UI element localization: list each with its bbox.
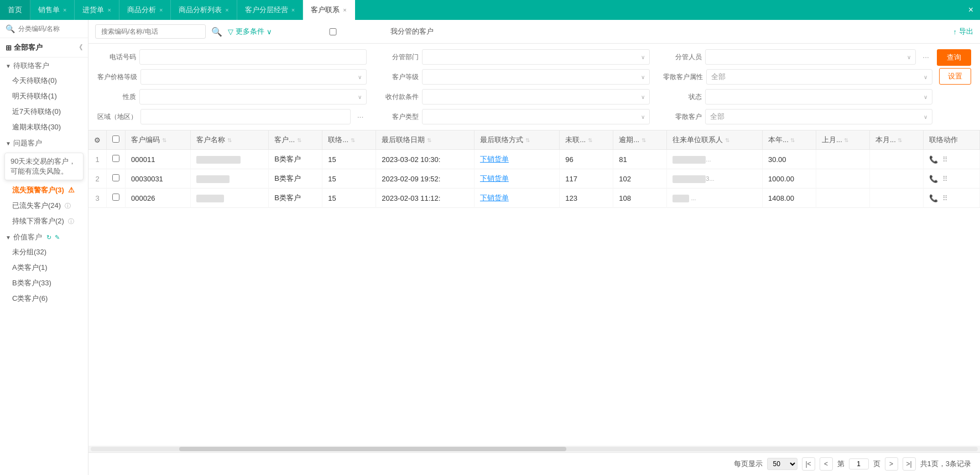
edit-icon[interactable]: ✎ — [55, 234, 60, 241]
sidebar-group-pending[interactable]: ▼ 待联络客户 — [0, 58, 88, 73]
sidebar-item-class-a[interactable]: A类客户(1) — [0, 260, 88, 275]
row-checkbox-1[interactable] — [107, 150, 126, 169]
dept-select[interactable]: ∨ — [422, 49, 649, 65]
sidebar-item-today-pending[interactable]: 今天待联络(0) — [0, 73, 88, 88]
main-layout: 🔍 ⊞ 全部客户 《 ▼ 待联络客户 今天待联络(0) 明天待联络(1) 近7天… — [0, 20, 980, 475]
action-contact-icon-1[interactable]: 📞 — [929, 155, 938, 164]
sidebar-item-class-b[interactable]: B类客户(33) — [0, 275, 88, 291]
setting-button[interactable]: 设置 — [939, 68, 971, 85]
row-type-1: B类客户 — [269, 150, 322, 169]
tab-sales-close[interactable]: × — [63, 7, 66, 13]
th-contact-count[interactable]: 联络... ⇅ — [322, 131, 376, 150]
per-page-label: 每页显示 — [734, 459, 763, 469]
person-dots-btn[interactable]: ··· — [919, 53, 932, 61]
status-select[interactable]: ∨ — [705, 89, 932, 105]
query-button[interactable]: 查询 — [937, 49, 971, 66]
more-conditions-button[interactable]: ▽ 更多条件 ∨ — [228, 27, 272, 36]
horizontal-scrollbar[interactable] — [88, 446, 980, 452]
action-contact-icon-2[interactable]: 📞 — [929, 175, 938, 183]
sidebar-group-problem[interactable]: ▼ 问题客户 — [0, 135, 88, 150]
sidebar-item-declining[interactable]: 持续下滑客户(2) ⓘ — [0, 213, 88, 229]
th-contact-person[interactable]: 往来单位联系人 ⇅ — [667, 131, 763, 150]
th-customer-code[interactable]: 客户编码 ⇅ — [126, 131, 191, 150]
tab-home[interactable]: 首页 — [0, 0, 30, 20]
sidebar-item-churn-warning[interactable]: 流失预警客户(3) ⚠ — [0, 182, 88, 198]
prev-page-button[interactable]: < — [820, 457, 833, 471]
my-customers-checkbox-container[interactable]: 我分管的客户 — [278, 27, 434, 36]
tab-customer-contact[interactable]: 客户联系 × — [303, 0, 355, 20]
sidebar-all-customers[interactable]: ⊞ 全部客户 《 — [0, 38, 88, 58]
content-area: 🔍 ▽ 更多条件 ∨ 我分管的客户 ↑ 导出 — [88, 20, 980, 475]
th-checkbox[interactable] — [107, 131, 126, 150]
action-contact-icon-3[interactable]: 📞 — [929, 194, 938, 202]
retail-attr-select[interactable]: 全部∨ — [706, 69, 932, 85]
row-action-3[interactable]: 📞 ⠿ — [923, 189, 979, 208]
person-select[interactable]: ∨ — [705, 49, 916, 65]
per-page-select[interactable]: 50 100 — [767, 458, 797, 470]
filter-field-payment: 收付款条件 ∨ — [380, 89, 649, 105]
window-close-button[interactable]: × — [962, 0, 980, 20]
region-dots-btn[interactable]: ··· — [354, 112, 367, 121]
info-icon-2: ⓘ — [68, 218, 74, 225]
row-method-1[interactable]: 下销货单 — [474, 150, 559, 169]
th-this-month[interactable]: 本月... ⇅ — [869, 131, 923, 150]
th-overdue-days[interactable]: 逾期... ⇅ — [613, 131, 667, 150]
action-more-icon-1[interactable]: ⠿ — [942, 155, 948, 164]
row-method-2[interactable]: 下销货单 — [474, 169, 559, 189]
region-select[interactable] — [140, 109, 351, 124]
my-customers-checkbox[interactable] — [278, 28, 388, 35]
tab-product-analysis-list[interactable]: 商品分析列表 × — [171, 0, 237, 20]
tab-customer-tier[interactable]: 客户分层经营 × — [237, 0, 303, 20]
filter-search-button[interactable]: 🔍 — [211, 27, 222, 37]
triangle-down-icon-3: ▼ — [6, 234, 11, 241]
grade-select[interactable]: ∨ — [422, 69, 649, 85]
row-method-3[interactable]: 下销货单 — [474, 189, 559, 208]
sidebar-item-class-c[interactable]: C类客户(6) — [0, 291, 88, 306]
sidebar-search-input[interactable] — [18, 25, 88, 33]
th-unlisted-days[interactable]: 未联... ⇅ — [560, 131, 613, 150]
retail-customer-select[interactable]: 全部∨ — [705, 109, 932, 124]
last-page-button[interactable]: >| — [903, 457, 916, 471]
customer-type-select[interactable]: ∨ — [422, 109, 649, 124]
tab-customer-tier-close[interactable]: × — [291, 7, 295, 13]
sidebar-item-tomorrow-pending[interactable]: 明天待联络(1) — [0, 88, 88, 104]
tab-purchase-close[interactable]: × — [107, 7, 111, 13]
action-more-icon-2[interactable]: ⠿ — [942, 175, 948, 183]
page-number-input[interactable] — [849, 458, 869, 469]
scrollbar-thumb[interactable] — [179, 447, 566, 451]
export-button[interactable]: ↑ 导出 — [953, 27, 974, 36]
sidebar-group-value[interactable]: ▼ 价值客户 ↻ ✎ — [0, 229, 88, 244]
row-checkbox-2[interactable] — [107, 169, 126, 189]
tab-product-analysis-close[interactable]: × — [159, 7, 163, 13]
select-all-checkbox[interactable] — [112, 135, 119, 143]
next-page-button[interactable]: > — [885, 457, 898, 471]
first-page-button[interactable]: |< — [802, 457, 815, 471]
tab-product-analysis-list-close[interactable]: × — [225, 7, 228, 13]
tab-purchase[interactable]: 进货单 × — [75, 0, 119, 20]
th-last-contact-method[interactable]: 最后联络方式 ⇅ — [474, 131, 559, 150]
th-last-contact-date[interactable]: 最后联络日期 ⇅ — [376, 131, 475, 150]
sidebar-item-overdue-pending[interactable]: 逾期未联络(30) — [0, 119, 88, 135]
tab-sales[interactable]: 销售单 × — [30, 0, 75, 20]
sidebar-item-7days-pending[interactable]: 近7天待联络(0) — [0, 104, 88, 119]
tab-customer-contact-close[interactable]: × — [343, 7, 346, 13]
price-grade-select[interactable]: ∨ — [140, 69, 367, 85]
th-customer-name[interactable]: 客户名称 ⇅ — [191, 131, 269, 150]
row-num-3: 3 — [88, 189, 107, 208]
th-last-month[interactable]: 上月... ⇅ — [816, 131, 869, 150]
th-settings[interactable]: ⚙ — [88, 131, 107, 150]
refresh-icon[interactable]: ↻ — [46, 234, 51, 241]
tab-product-analysis[interactable]: 商品分析 × — [119, 0, 171, 20]
th-this-year[interactable]: 本年... ⇅ — [762, 131, 816, 150]
search-input[interactable] — [95, 24, 206, 39]
nature-select[interactable]: ∨ — [139, 89, 367, 105]
th-customer-type[interactable]: 客户... ⇅ — [269, 131, 322, 150]
row-action-1[interactable]: 📞 ⠿ — [923, 150, 979, 169]
row-action-2[interactable]: 📞 ⠿ — [923, 169, 979, 189]
phone-input[interactable] — [139, 49, 367, 65]
action-more-icon-3[interactable]: ⠿ — [942, 194, 948, 202]
sidebar-item-ungrouped[interactable]: 未分组(32) — [0, 244, 88, 260]
row-checkbox-3[interactable] — [107, 189, 126, 208]
sidebar-item-churned[interactable]: 已流失客户(24) ⓘ — [0, 198, 88, 213]
payment-select[interactable]: ∨ — [422, 89, 649, 105]
